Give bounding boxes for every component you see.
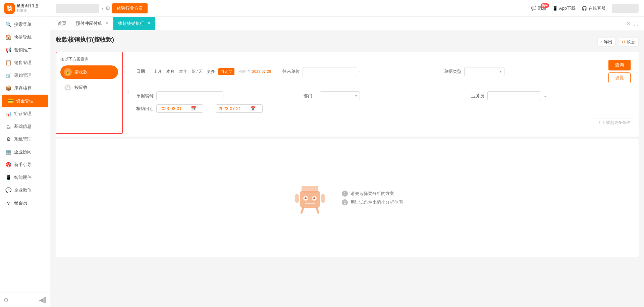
receipt-option-icon: 💰 bbox=[64, 68, 72, 76]
svg-line-10 bbox=[317, 208, 318, 213]
close-tab-receipt-icon[interactable]: ✕ bbox=[148, 21, 151, 25]
refresh-button[interactable]: ↺ 刷新 bbox=[619, 37, 639, 47]
sidebar-item-label: 采购管理 bbox=[14, 72, 32, 79]
collapse-sidebar-icon[interactable]: ◀‖ bbox=[39, 296, 47, 304]
date-custom[interactable]: 自定义 bbox=[218, 68, 234, 75]
date-this-month[interactable]: 本月 bbox=[165, 68, 176, 75]
doc-type-select[interactable] bbox=[464, 67, 504, 76]
message-button[interactable]: 💬 消息 99+ bbox=[531, 5, 546, 11]
sidebar-item-purchase[interactable]: 🛒 采购管理 bbox=[0, 69, 50, 82]
tab-home[interactable]: 首页 bbox=[53, 17, 71, 30]
date-shortcuts: 上月 本月 本年 近7天 更多 自定义 bbox=[152, 68, 234, 75]
date-7days[interactable]: 近7天 bbox=[191, 68, 204, 75]
empty-state: 1 请先选择要分析的方案 2 用过滤条件来缩小分析范围 bbox=[291, 181, 403, 215]
sidebar-item-label: 营销推广 bbox=[14, 47, 32, 53]
sidebar-item-label: 基础信息 bbox=[14, 123, 32, 130]
verify-date-end-wrap: 📅 bbox=[216, 104, 263, 113]
filter-by-receipt[interactable]: 💰 按收款 bbox=[60, 65, 118, 79]
member-icon: V bbox=[5, 201, 11, 206]
operation-icon: 📊 bbox=[5, 111, 11, 117]
sidebar-item-wechat[interactable]: 💬 企业微信 bbox=[0, 184, 50, 197]
user-info[interactable] bbox=[612, 4, 639, 13]
calendar-end-icon[interactable]: 📅 bbox=[250, 106, 256, 111]
counterparty-input[interactable] bbox=[303, 67, 356, 76]
tab-prepay[interactable]: 预付冲应付单 ✕ bbox=[71, 17, 113, 30]
date-nolimit-label: 不限 bbox=[238, 69, 246, 74]
service-icon: 🎧 bbox=[582, 6, 587, 11]
doc-no-input[interactable] bbox=[156, 91, 223, 100]
filter-receipt-label: 按收款 bbox=[74, 69, 88, 75]
calendar-start-icon[interactable]: 📅 bbox=[191, 106, 196, 111]
sidebar-item-guide[interactable]: 🎯 新手引导 bbox=[0, 158, 50, 171]
app-download-button[interactable]: 📱 App下载 bbox=[552, 5, 576, 11]
filter-collapse-button[interactable]: 《 bbox=[123, 52, 131, 134]
main-area: ▾ ⚙ 体验行业方案 💬 消息 99+ 📱 App下载 🎧 在线客服 首页 bbox=[50, 0, 644, 307]
logo-subtitle: 标准版 bbox=[17, 8, 39, 13]
topbar: ▾ ⚙ 体验行业方案 💬 消息 99+ 📱 App下载 🎧 在线客服 bbox=[50, 0, 644, 17]
settings-button[interactable]: 设置 bbox=[608, 72, 631, 83]
maximize-icon[interactable]: ⛶ bbox=[633, 20, 639, 27]
sidebar-item-label: 企业微信 bbox=[14, 187, 32, 193]
online-service-button[interactable]: 🎧 在线客服 bbox=[582, 5, 606, 11]
date-last-month[interactable]: 上月 bbox=[152, 68, 163, 75]
date-default-label: 2023-07-26 bbox=[252, 69, 271, 73]
tab-home-label: 首页 bbox=[58, 20, 66, 27]
filter-by-receivable[interactable]: 🕐 按应收 bbox=[60, 81, 118, 94]
verify-date-end-input[interactable] bbox=[219, 106, 249, 111]
topbar-gear-icon[interactable]: ⚙ bbox=[105, 5, 110, 11]
svg-rect-0 bbox=[300, 191, 320, 208]
date-this-year[interactable]: 本年 bbox=[178, 68, 189, 75]
salesperson-more-icon[interactable]: ··· bbox=[544, 93, 548, 99]
sidebar-item-quicknav[interactable]: 🏠 快捷导航 bbox=[0, 31, 50, 44]
sidebar-item-label: 经营管理 bbox=[14, 111, 32, 117]
sidebar-item-operation[interactable]: 📊 经营管理 bbox=[0, 107, 50, 120]
sidebar-item-member[interactable]: V 畅会员 bbox=[0, 197, 50, 209]
svg-line-9 bbox=[302, 208, 303, 213]
page-toolbar: ↑ 导出 ↺ 刷新 bbox=[597, 37, 639, 47]
svg-rect-8 bbox=[321, 194, 325, 203]
sidebar-item-hardware[interactable]: 📱 智能硬件 bbox=[0, 171, 50, 184]
enterprise-icon: 🏢 bbox=[5, 149, 11, 155]
finance-icon: 💳 bbox=[7, 98, 13, 104]
guide-icon: 🎯 bbox=[5, 162, 11, 168]
query-button[interactable]: 查询 bbox=[608, 60, 631, 70]
export-label: 导出 bbox=[604, 39, 612, 45]
settings-icon[interactable]: ⚙ bbox=[3, 296, 9, 304]
date-more[interactable]: 更多 bbox=[206, 68, 216, 75]
tip-num-1: 1 bbox=[342, 191, 348, 197]
doc-type-group: 单据类型 bbox=[444, 67, 600, 76]
collapse-more-button[interactable]: 《《 收起更多条件 bbox=[594, 118, 633, 127]
sidebar-item-search[interactable]: 🔍 搜索菜单 bbox=[0, 18, 50, 31]
sidebar-item-sales[interactable]: 📋 销售管理 bbox=[0, 56, 50, 69]
sidebar-item-inventory[interactable]: 📦 库存核算 bbox=[0, 82, 50, 95]
sidebar-item-label: 资金管理 bbox=[16, 98, 34, 104]
tab-receipt[interactable]: 收款核销执行 ✕ bbox=[113, 17, 156, 30]
svg-point-4 bbox=[305, 197, 307, 199]
tab-bar: 首页 预付冲应付单 ✕ 收款核销执行 ✕ ✕ ⛶ bbox=[50, 17, 644, 30]
verify-date-start-input[interactable] bbox=[159, 106, 190, 111]
filter-row-3: 核销日期 📅 — 📅 bbox=[136, 104, 633, 113]
sidebar-item-finance[interactable]: 💳 资金管理 bbox=[2, 95, 48, 107]
counterparty-more-icon[interactable]: ··· bbox=[359, 69, 363, 74]
salesperson-label: 业务员 bbox=[471, 93, 485, 99]
close-window-icon[interactable]: ✕ bbox=[626, 20, 631, 27]
collapse-icon: 《 bbox=[125, 90, 129, 96]
export-button[interactable]: ↑ 导出 bbox=[597, 37, 616, 47]
sidebar-item-label: 畅会员 bbox=[14, 200, 27, 206]
close-tab-prepay-icon[interactable]: ✕ bbox=[105, 21, 108, 25]
solution-button[interactable]: 体验行业方案 bbox=[112, 3, 148, 13]
dropdown-arrow-icon[interactable]: ▾ bbox=[101, 6, 103, 11]
verify-date-label: 核销日期 bbox=[136, 106, 154, 112]
logo-icon: 畅 bbox=[4, 3, 15, 14]
sidebar-item-marketing[interactable]: 📢 营销推广 bbox=[0, 44, 50, 56]
sidebar-item-enterprise[interactable]: 🏢 企业协同 bbox=[0, 146, 50, 158]
dept-select[interactable] bbox=[320, 91, 360, 100]
salesperson-input[interactable] bbox=[487, 91, 541, 100]
topbar-right: 💬 消息 99+ 📱 App下载 🎧 在线客服 bbox=[531, 4, 639, 13]
dept-select-wrapper bbox=[320, 91, 360, 100]
sidebar-item-basic[interactable]: 🗂 基础信息 bbox=[0, 120, 50, 133]
page-content: 收款核销执行(按收款) ↑ 导出 ↺ 刷新 按以下方案查询 💰 按收款 bbox=[50, 30, 644, 307]
dept-label: 部门 bbox=[304, 93, 317, 99]
filter-panel-title: 按以下方案查询 bbox=[60, 56, 118, 62]
sidebar-item-system[interactable]: ⚙ 系统管理 bbox=[0, 133, 50, 146]
